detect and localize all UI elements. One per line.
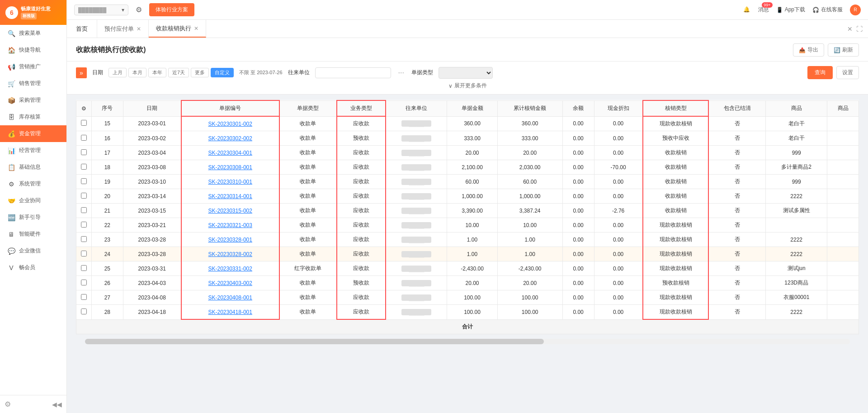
bill-no-link[interactable]: SK-20230418-001 [208, 309, 252, 315]
sidebar-item-sales[interactable]: 🛒 销售管理 [0, 75, 66, 92]
bill-no-link[interactable]: SK-20230308-001 [208, 164, 252, 171]
filter-expand-button[interactable]: » [76, 67, 87, 78]
more-dates-btn[interactable]: 更多 [191, 68, 209, 77]
bill-no-link[interactable]: SK-20230331-002 [208, 266, 252, 272]
sidebar-item-system[interactable]: ⚙ 系统管理 [0, 176, 66, 192]
cell-cumulative: 360.00 [497, 116, 562, 131]
sidebar-item-wechat[interactable]: 💬 企业微信 [0, 242, 66, 259]
cell-checkbox[interactable] [76, 276, 92, 290]
scroll-bar[interactable] [85, 339, 850, 344]
tab-prepay[interactable]: 预付应付单 ✕ [97, 20, 149, 38]
bill-no-link[interactable]: SK-20230310-001 [208, 179, 252, 185]
sidebar-item-search[interactable]: 🔍 搜索菜单 [0, 25, 66, 42]
sidebar-item-inventory[interactable]: 🗄 库存核算 [0, 109, 66, 125]
col-header-bill-amount: 单据金额 [447, 100, 497, 116]
this-year-btn[interactable]: 本年 [148, 68, 166, 77]
dots-icon[interactable]: ··· [396, 69, 406, 77]
cell-partner: ████ [386, 290, 447, 305]
cell-partner: ████ [386, 305, 447, 320]
settings-button[interactable]: 设置 [836, 66, 859, 79]
cell-goods2 [827, 305, 859, 320]
bill-no-link[interactable]: SK-20230302-002 [208, 135, 252, 142]
industry-solution-button[interactable]: 体验行业方案 [149, 3, 194, 16]
this-month-btn[interactable]: 本月 [128, 68, 146, 77]
cell-biz-type: 预收款 [337, 131, 386, 146]
collection-close-button[interactable]: ✕ [194, 25, 198, 32]
cell-checkbox[interactable] [76, 131, 92, 146]
sidebar-item-finance[interactable]: 💰 资金管理 [0, 125, 66, 142]
query-button[interactable]: 查询 [807, 66, 833, 79]
cell-checkbox[interactable] [76, 160, 92, 175]
cell-checkbox[interactable] [76, 204, 92, 218]
sidebar-item-marketing[interactable]: 📢 营销推广 [0, 58, 66, 75]
workspace-dropdown[interactable]: ████████ ▾ [74, 5, 128, 15]
bill-type-select[interactable] [439, 67, 493, 79]
table-row: 27 2023-04-08 SK-20230408-001 收款单 应收款 ██… [76, 290, 859, 305]
sidebar-item-member[interactable]: V 畅会员 [0, 259, 66, 276]
cell-partner: ████ [386, 204, 447, 218]
sidebar-item-guide[interactable]: 🆕 新手引导 [0, 209, 66, 226]
sidebar-item-purchase[interactable]: 📦 采购管理 [0, 92, 66, 109]
app-download-item[interactable]: 📱 App下载 [776, 6, 805, 14]
bill-no-link[interactable]: SK-20230328-002 [208, 251, 252, 257]
cell-checkbox[interactable] [76, 218, 92, 233]
cell-include-cleared: 否 [708, 218, 765, 233]
page-actions: 📤 导出 🔄 刷新 [793, 43, 859, 57]
tab-controls: ✕ ⛶ [842, 25, 868, 33]
tab-home[interactable]: 首页 [67, 20, 97, 38]
sidebar-item-hardware[interactable]: 🖥 智能硬件 [0, 226, 66, 242]
settings-icon[interactable]: ⚙ [134, 4, 144, 16]
expand-more-button[interactable]: ∨ 展开更多条件 [448, 82, 487, 90]
maximize-icon[interactable]: ⛶ [856, 25, 863, 33]
cell-checkbox[interactable] [76, 146, 92, 160]
col-header-gear[interactable]: ⚙ [76, 100, 92, 116]
message-icon[interactable]: 🔔 99+ 消息 [743, 6, 769, 14]
sidebar-item-operations[interactable]: 📊 经营管理 [0, 142, 66, 159]
bill-no-link[interactable]: SK-20230304-001 [208, 150, 252, 156]
cell-bill-amount: 100.00 [447, 290, 497, 305]
cell-checkbox[interactable] [76, 189, 92, 204]
cell-date: 2023-04-08 [123, 290, 181, 305]
cell-checkbox[interactable] [76, 116, 92, 131]
cell-balance: 0.00 [562, 305, 594, 320]
cell-no: 24 [92, 247, 123, 261]
collapse-icon[interactable]: ◀◀ [52, 401, 62, 408]
last-7days-btn[interactable]: 近7天 [168, 68, 189, 77]
scroll-thumb[interactable] [85, 339, 544, 344]
custom-date-btn[interactable]: 自定义 [211, 68, 234, 77]
cell-checkbox[interactable] [76, 247, 92, 261]
cell-date: 2023-03-31 [123, 261, 181, 276]
close-window-icon[interactable]: ✕ [847, 25, 853, 33]
date-buttons: 上月 本月 本年 近7天 更多 自定义 [108, 68, 234, 77]
sidebar-item-shortcuts[interactable]: 🏠 快捷导航 [0, 42, 66, 58]
cell-write-off-type: 收款核销 [643, 146, 709, 160]
cell-checkbox[interactable] [76, 261, 92, 276]
cell-checkbox[interactable] [76, 290, 92, 305]
bill-no-link[interactable]: SK-20230408-001 [208, 294, 252, 301]
filter-row: » 日期 上月 本月 本年 近7天 更多 自定义 不限 至 2023-07-26… [76, 66, 859, 79]
cell-checkbox[interactable] [76, 175, 92, 189]
cell-checkbox[interactable] [76, 233, 92, 247]
sidebar-item-basics[interactable]: 📋 基础信息 [0, 159, 66, 176]
service-item[interactable]: 🎧 在线客服 [812, 6, 843, 14]
prepay-close-button[interactable]: ✕ [137, 26, 141, 32]
bill-no-link[interactable]: SK-20230314-001 [208, 193, 252, 199]
bill-no-link[interactable]: SK-20230328-001 [208, 237, 252, 243]
last-month-btn[interactable]: 上月 [108, 68, 127, 77]
bill-no-link[interactable]: SK-20230321-003 [208, 222, 252, 228]
export-button[interactable]: 📤 导出 [793, 43, 824, 57]
cell-cumulative: 3,387.24 [497, 204, 562, 218]
sidebar-item-enterprise[interactable]: 🤝 企业协同 [0, 192, 66, 209]
settings-icon[interactable]: ⚙ [5, 400, 11, 408]
tab-collection[interactable]: 收款核销执行 ✕ [149, 20, 206, 38]
cell-goods: 999 [766, 146, 827, 160]
cell-checkbox[interactable] [76, 305, 92, 320]
partner-input[interactable] [315, 67, 391, 78]
bill-no-link[interactable]: SK-20230301-002 [208, 121, 252, 127]
bill-no-link[interactable]: SK-20230315-002 [208, 208, 252, 214]
user-avatar[interactable]: R [850, 5, 861, 15]
cell-write-off-type: 现款收款核销 [643, 261, 709, 276]
refresh-button[interactable]: 🔄 刷新 [828, 43, 859, 57]
cell-goods: 测试多属性 [766, 204, 827, 218]
bill-no-link[interactable]: SK-20230403-002 [208, 280, 252, 286]
